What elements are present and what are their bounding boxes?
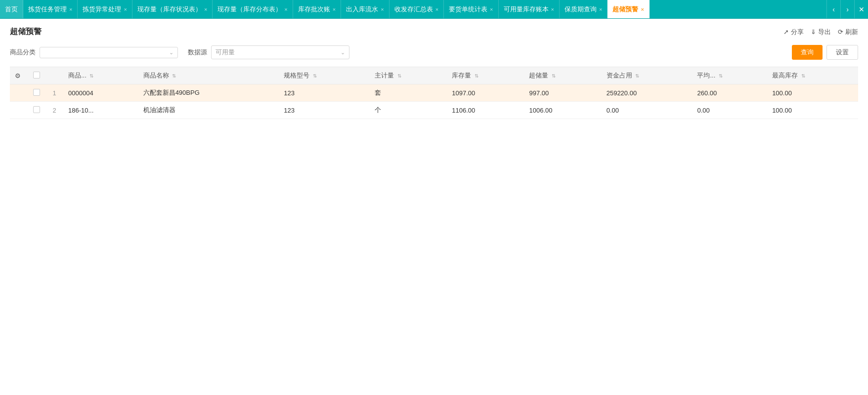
- data-table: ⚙ 商品... ⇅ 商品名称 ⇅ 规格型号 ⇅: [10, 67, 858, 119]
- query-button[interactable]: 查询: [792, 45, 823, 60]
- row-number: 1: [45, 84, 63, 102]
- header-checkbox[interactable]: [33, 72, 40, 79]
- top-navigation: 首页 拣货任务管理 × 拣货异常处理 × 现存量（库存状况表） × 现存量（库存…: [0, 0, 868, 19]
- nav-abnormal[interactable]: 拣货异常处理 ×: [78, 0, 132, 18]
- col-product-code[interactable]: 商品... ⇅: [63, 67, 138, 84]
- nav-quality-check[interactable]: 保质期查询 ×: [560, 0, 608, 18]
- col-capital-label: 资金占用: [607, 72, 632, 79]
- nav-overstock-warning-close[interactable]: ×: [641, 6, 644, 12]
- page-title: 超储预警: [10, 27, 42, 37]
- row-capital: 259220.00: [602, 84, 693, 102]
- nav-quality-check-label: 保质期查询: [564, 5, 597, 14]
- page-content: 超储预警 ➚ 分享 ⇓ 导出 ⟳ 刷新 商品分类 ⌄ 数据源: [0, 19, 868, 127]
- nav-overstock-warning[interactable]: 超储预警 ×: [608, 0, 649, 18]
- filter-row: 商品分类 ⌄ 数据源 可用量 ⌄ 查询 设置: [10, 45, 858, 60]
- nav-inventory-batch[interactable]: 库存批次账 ×: [293, 0, 341, 18]
- nav-abnormal-close[interactable]: ×: [124, 6, 127, 12]
- settings-button[interactable]: 设置: [826, 45, 858, 60]
- share-button[interactable]: ➚ 分享: [783, 28, 804, 37]
- nav-available-ledger[interactable]: 可用量库存账本 ×: [499, 0, 560, 18]
- nav-inventory-batch-close[interactable]: ×: [333, 6, 336, 12]
- refresh-icon: ⟳: [838, 28, 843, 36]
- nav-recv-send-close[interactable]: ×: [435, 6, 438, 12]
- col-settings[interactable]: ⚙: [10, 67, 28, 84]
- nav-inventory-status[interactable]: 现存量（库存状况表） ×: [132, 0, 213, 18]
- col-overstock[interactable]: 超储量 ⇅: [524, 67, 601, 84]
- nav-order-stats-label: 要货单统计表: [449, 5, 487, 14]
- col-unit[interactable]: 主计量 ⇅: [370, 67, 447, 84]
- col-max-stock-label: 最高库存: [772, 72, 798, 79]
- col-avg[interactable]: 平均... ⇅: [692, 67, 767, 84]
- nav-inout-flow-close[interactable]: ×: [381, 6, 384, 12]
- nav-task-mgmt-close[interactable]: ×: [69, 6, 72, 12]
- col-spec[interactable]: 规格型号 ⇅: [279, 67, 370, 84]
- nav-inout-flow[interactable]: 出入库流水 ×: [341, 0, 389, 18]
- nav-arrow-left[interactable]: ‹: [826, 0, 840, 19]
- share-label: 分享: [791, 28, 804, 37]
- page-actions: ➚ 分享 ⇓ 导出 ⟳ 刷新: [783, 28, 858, 37]
- col-product-name-sort-icon: ⇅: [172, 73, 176, 79]
- nav-order-stats-close[interactable]: ×: [490, 6, 493, 12]
- nav-arrow-close[interactable]: ✕: [854, 0, 868, 19]
- col-max-stock-sort-icon: ⇅: [801, 73, 805, 79]
- row-number: 2: [45, 102, 63, 119]
- nav-abnormal-label: 拣货异常处理: [83, 5, 121, 14]
- row-avg: 0.00: [692, 102, 767, 119]
- row-spec: 123: [279, 102, 370, 119]
- col-capital-sort-icon: ⇅: [635, 73, 639, 79]
- datasource-select-value: 可用量: [216, 48, 235, 57]
- col-product-code-sort-icon: ⇅: [89, 73, 93, 79]
- col-unit-label: 主计量: [375, 72, 394, 79]
- row-spec: 123: [279, 84, 370, 102]
- share-icon: ➚: [783, 28, 789, 36]
- nav-inventory-dist-close[interactable]: ×: [284, 6, 287, 12]
- category-select[interactable]: ⌄: [40, 47, 178, 58]
- col-avg-sort-icon: ⇅: [719, 73, 723, 79]
- row-product-name: 机油滤清器: [138, 102, 279, 119]
- nav-recv-send[interactable]: 收发存汇总表 ×: [390, 0, 444, 18]
- table-row: 2 186-10... 机油滤清器 123 个 1106.00 1006.00 …: [10, 102, 858, 119]
- col-checkbox[interactable]: [28, 67, 45, 84]
- category-dropdown-icon: ⌄: [169, 49, 174, 56]
- export-label: 导出: [818, 28, 831, 37]
- col-capital[interactable]: 资金占用 ⇅: [602, 67, 693, 84]
- row-stock: 1106.00: [447, 102, 524, 119]
- row-capital: 0.00: [602, 102, 693, 119]
- nav-order-stats[interactable]: 要货单统计表 ×: [444, 0, 498, 18]
- col-unit-sort-icon: ⇅: [397, 73, 401, 79]
- row-settings-cell: [10, 102, 28, 119]
- export-button[interactable]: ⇓ 导出: [811, 28, 831, 37]
- nav-inventory-batch-label: 库存批次账: [298, 5, 330, 14]
- nav-quality-check-close[interactable]: ×: [599, 6, 602, 12]
- nav-home[interactable]: 首页: [0, 0, 23, 18]
- nav-inventory-dist-label: 现存量（库存分布表）: [217, 5, 282, 14]
- row-checkbox-cell[interactable]: [28, 84, 45, 102]
- row-stock: 1097.00: [447, 84, 524, 102]
- datasource-select[interactable]: 可用量 ⌄: [211, 45, 349, 59]
- col-product-name[interactable]: 商品名称 ⇅: [138, 67, 279, 84]
- col-max-stock[interactable]: 最高库存 ⇅: [767, 67, 858, 84]
- row-checkbox[interactable]: [33, 89, 40, 96]
- row-unit: 套: [370, 84, 447, 102]
- nav-task-mgmt[interactable]: 拣货任务管理 ×: [23, 0, 78, 18]
- nav-inventory-status-close[interactable]: ×: [204, 6, 207, 12]
- row-checkbox-cell[interactable]: [28, 102, 45, 119]
- settings-icon: ⚙: [15, 72, 21, 79]
- row-avg: 260.00: [692, 84, 767, 102]
- nav-arrow-right[interactable]: ›: [840, 0, 854, 19]
- row-max-stock: 100.00: [767, 102, 858, 119]
- col-stock[interactable]: 库存量 ⇅: [447, 67, 524, 84]
- table-header: ⚙ 商品... ⇅ 商品名称 ⇅ 规格型号 ⇅: [10, 67, 858, 84]
- nav-inventory-status-label: 现存量（库存状况表）: [137, 5, 202, 14]
- row-checkbox[interactable]: [33, 106, 40, 113]
- nav-home-label: 首页: [5, 5, 18, 14]
- nav-inventory-dist[interactable]: 现存量（库存分布表） ×: [213, 0, 293, 18]
- datasource-filter-group: 数据源 可用量 ⌄: [188, 45, 349, 59]
- nav-available-ledger-close[interactable]: ×: [551, 6, 554, 12]
- nav-overstock-warning-label: 超储预警: [612, 5, 638, 14]
- row-overstock: 1006.00: [524, 102, 601, 119]
- refresh-button[interactable]: ⟳ 刷新: [838, 28, 858, 37]
- col-product-code-label: 商品...: [68, 72, 87, 79]
- col-rownum: [45, 67, 63, 84]
- col-spec-label: 规格型号: [284, 72, 309, 79]
